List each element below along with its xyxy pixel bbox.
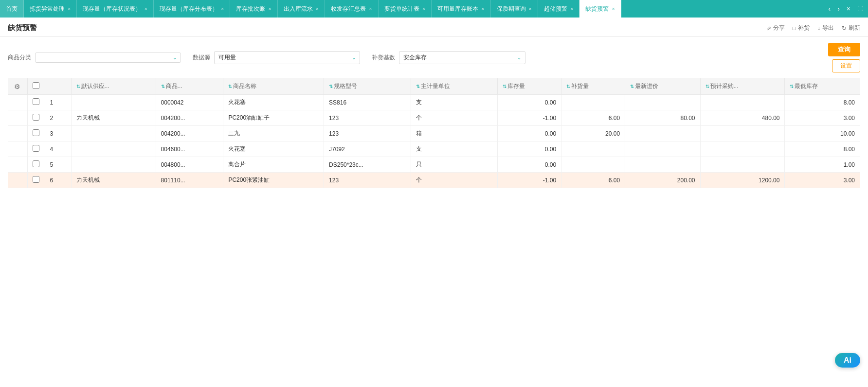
- share-button[interactable]: ⇗ 分享: [766, 24, 785, 32]
- col-min-stock[interactable]: ⇅最低库存: [785, 78, 860, 95]
- tab-inout-flow[interactable]: 出入库流水 ×: [278, 0, 325, 18]
- row-latest-price-cell: [625, 157, 700, 173]
- row-supplier-cell: 力天机械: [71, 110, 156, 126]
- row-supplier-cell: [71, 95, 156, 110]
- restock-base-select[interactable]: 安全库存 ⌄: [399, 51, 525, 64]
- col-spec[interactable]: ⇅规格型号: [324, 78, 411, 95]
- tab-order-stats[interactable]: 要货单统计表 ×: [379, 0, 432, 18]
- row-est-purchase-cell: [700, 141, 785, 157]
- tab-available-ledger[interactable]: 可用量库存账本 ×: [432, 0, 490, 18]
- restock-base-label: 补货基数: [372, 53, 395, 62]
- close-tab-available-ledger[interactable]: ×: [481, 6, 484, 12]
- close-tab-order-stats[interactable]: ×: [422, 6, 425, 12]
- tab-inventory-status[interactable]: 现存量（库存状况表） ×: [77, 0, 153, 18]
- col-stock[interactable]: ⇅库存量: [498, 78, 561, 95]
- row-checkbox-5[interactable]: [33, 176, 39, 183]
- tab-collect-summary[interactable]: 收发存汇总表 ×: [325, 0, 378, 18]
- tab-abnormal[interactable]: 拣货异常处理 ×: [24, 0, 77, 18]
- row-latest-price-cell: [625, 95, 700, 110]
- row-est-purchase-cell: 480.00: [700, 110, 785, 126]
- settings-icon[interactable]: ⚙: [14, 83, 20, 90]
- row-min-stock-cell: 1.00: [785, 157, 860, 173]
- row-checkbox-2[interactable]: [33, 129, 39, 136]
- tab-close-all-button[interactable]: ×: [844, 4, 853, 13]
- row-stock-cell: -1.00: [498, 110, 561, 126]
- tab-overstock[interactable]: 超储预警 ×: [538, 0, 579, 18]
- row-stock-cell: 0.00: [498, 95, 561, 110]
- col-supplier[interactable]: ⇅默认供应...: [71, 78, 156, 95]
- tab-fullscreen-button[interactable]: ⛶: [854, 5, 866, 13]
- row-settings-cell: [8, 126, 27, 141]
- table-row: 1 0000042 火花塞 SS816 支 0.00 8.00: [8, 95, 860, 110]
- row-spec-cell: 123: [324, 173, 411, 188]
- row-restock-qty-cell: [561, 95, 625, 110]
- col-product-name[interactable]: ⇅商品名称: [223, 78, 324, 95]
- datasource-label: 数据源: [193, 53, 210, 62]
- row-min-stock-cell: 8.00: [785, 141, 860, 157]
- row-latest-price-cell: 80.00: [625, 110, 700, 126]
- row-est-purchase-cell: [700, 95, 785, 110]
- query-button[interactable]: 查询: [828, 43, 860, 56]
- tab-shortage[interactable]: 缺货预警 ×: [579, 0, 621, 18]
- ai-badge[interactable]: Ai: [835, 353, 860, 368]
- tab-inventory-dist[interactable]: 现存量（库存分布表） ×: [154, 0, 230, 18]
- col-restock-qty[interactable]: ⇅补货量: [561, 78, 625, 95]
- refresh-button[interactable]: ↻ 刷新: [842, 24, 860, 32]
- tab-batch-account[interactable]: 库存批次账 ×: [230, 0, 277, 18]
- col-unit[interactable]: ⇅主计量单位: [411, 78, 498, 95]
- close-tab-inventory-dist[interactable]: ×: [221, 6, 224, 12]
- row-product-name-cell: 离合片: [223, 157, 324, 173]
- datasource-filter-group: 数据源 可用量 ⌄: [193, 51, 360, 64]
- row-restock-qty-cell: 20.00: [561, 126, 625, 141]
- close-tab-shortage[interactable]: ×: [612, 6, 615, 12]
- col-checkbox: [27, 78, 45, 95]
- row-product-code-cell: 004200...: [156, 110, 223, 126]
- row-spec-cell: J7092: [324, 141, 411, 157]
- close-tab-batch-account[interactable]: ×: [268, 6, 271, 12]
- close-tab-collect-summary[interactable]: ×: [369, 6, 372, 12]
- tab-next-button[interactable]: ›: [834, 4, 843, 13]
- row-settings-cell: [8, 173, 27, 188]
- col-product-code[interactable]: ⇅商品...: [156, 78, 223, 95]
- row-checkbox-cell: [27, 126, 45, 141]
- col-latest-price[interactable]: ⇅最新进价: [625, 78, 700, 95]
- restock-icon: □: [793, 25, 796, 32]
- select-all-checkbox[interactable]: [33, 82, 39, 89]
- settings-button[interactable]: 设置: [832, 59, 860, 72]
- tab-home[interactable]: 首页: [0, 0, 24, 18]
- restock-button[interactable]: □ 补货: [793, 24, 810, 32]
- row-checkbox-1[interactable]: [33, 114, 39, 121]
- row-spec-cell: 123: [324, 126, 411, 141]
- close-tab-inventory-status[interactable]: ×: [144, 6, 147, 12]
- close-tab-expiry[interactable]: ×: [529, 6, 532, 12]
- page-title: 缺货预警: [8, 23, 37, 33]
- close-tab-overstock[interactable]: ×: [570, 6, 573, 12]
- row-checkbox-4[interactable]: [33, 160, 39, 167]
- row-settings-cell: [8, 157, 27, 173]
- datasource-select[interactable]: 可用量 ⌄: [214, 51, 360, 64]
- category-select[interactable]: ⌄: [35, 53, 181, 63]
- row-settings-cell: [8, 110, 27, 126]
- table-container: ⚙ ⇅默认供应... ⇅商品... ⇅商品名称 ⇅规格型号 ⇅主计量单位 ⇅库存…: [0, 78, 868, 188]
- close-tab-abnormal[interactable]: ×: [68, 6, 71, 12]
- row-checkbox-cell: [27, 157, 45, 173]
- datasource-value: 可用量: [218, 53, 236, 62]
- row-index-cell: 2: [45, 110, 71, 126]
- header-actions: ⇗ 分享 □ 补货 ↓ 导出 ↻ 刷新: [766, 24, 860, 32]
- tab-prev-button[interactable]: ‹: [825, 4, 833, 13]
- filter-area: 商品分类 ⌄ 数据源 可用量 ⌄ 补货基数 安全库存 ⌄ 查询 设置: [0, 37, 868, 78]
- row-checkbox-3[interactable]: [33, 145, 39, 152]
- row-checkbox-0[interactable]: [33, 98, 39, 105]
- row-unit-cell: 支: [411, 141, 498, 157]
- row-latest-price-cell: [625, 126, 700, 141]
- col-settings[interactable]: ⚙: [8, 78, 27, 95]
- close-tab-inout-flow[interactable]: ×: [316, 6, 319, 12]
- row-unit-cell: 只: [411, 157, 498, 173]
- row-min-stock-cell: 3.00: [785, 110, 860, 126]
- row-unit-cell: 支: [411, 95, 498, 110]
- tab-expiry[interactable]: 保质期查询 ×: [491, 0, 538, 18]
- export-button[interactable]: ↓ 导出: [817, 24, 834, 32]
- row-restock-qty-cell: [561, 141, 625, 157]
- col-est-purchase[interactable]: ⇅预计采购...: [700, 78, 785, 95]
- restock-base-value: 安全库存: [403, 53, 427, 62]
